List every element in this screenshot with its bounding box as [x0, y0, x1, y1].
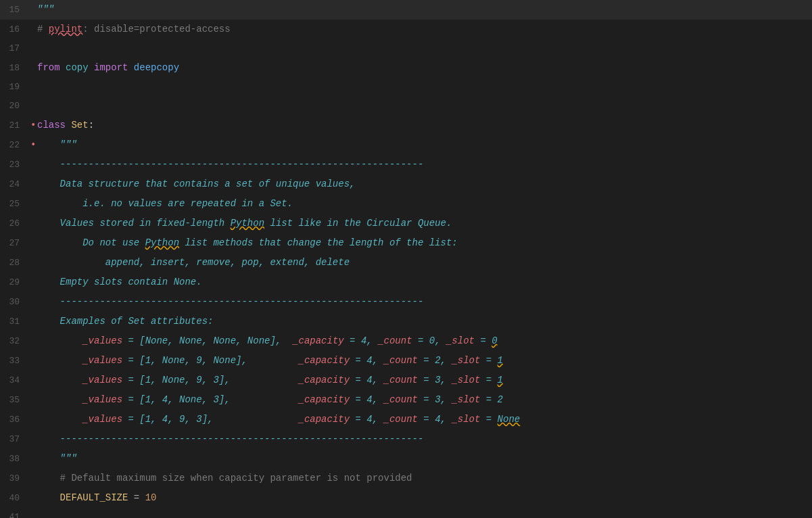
line-number-19: 19: [0, 78, 30, 97]
line-number-33: 33: [0, 352, 30, 371]
code-line-27: 27 Do not use Python list methods that c…: [0, 233, 812, 253]
line-number-40: 40: [0, 489, 30, 508]
line-content-38: """: [37, 449, 798, 468]
line-content-39: # Default maximum size when capacity par…: [37, 469, 798, 488]
line-number-34: 34: [0, 371, 30, 390]
code-line-15: 15 """: [0, 0, 812, 20]
code-line-19: 19: [0, 78, 812, 97]
line-number-20: 20: [0, 97, 30, 116]
line-number-15: 15: [0, 1, 30, 20]
line-content-27: Do not use Python list methods that chan…: [37, 233, 798, 252]
line-number-37: 37: [0, 430, 30, 449]
code-line-35: 35 _values = [1, 4, None, 3], _capacity …: [0, 390, 812, 410]
line-number-41: 41: [0, 508, 30, 518]
line-content-31: Examples of Set attributes:: [37, 312, 798, 331]
code-line-17: 17: [0, 39, 812, 58]
line-content-35: _values = [1, 4, None, 3], _capacity = 4…: [37, 390, 798, 409]
line-number-24: 24: [0, 175, 30, 194]
line-content-22: """: [37, 135, 798, 154]
line-content-16: # pylint: disable=protected-access: [37, 20, 798, 39]
code-line-28: 28 append, insert, remove, pop, extend, …: [0, 253, 812, 273]
line-content-23: ----------------------------------------…: [37, 155, 798, 174]
code-line-34: 34 _values = [1, None, 9, 3], _capacity …: [0, 371, 812, 390]
line-content-34: _values = [1, None, 9, 3], _capacity = 4…: [37, 371, 798, 390]
code-line-40: 40 DEFAULT_SIZE = 10: [0, 488, 812, 508]
line-content-18: from copy import deepcopy: [37, 58, 798, 77]
code-line-30: 30 -------------------------------------…: [0, 292, 812, 312]
line-content-33: _values = [1, None, 9, None], _capacity …: [37, 351, 798, 370]
code-line-32: 32 _values = [None, None, None, None], _…: [0, 331, 812, 351]
code-line-16: 16 # pylint: disable=protected-access: [0, 20, 812, 39]
line-number-39: 39: [0, 469, 30, 488]
line-number-30: 30: [0, 293, 30, 312]
code-line-39: 39 # Default maximum size when capacity …: [0, 469, 812, 488]
line-content-30: ----------------------------------------…: [37, 292, 798, 311]
line-number-36: 36: [0, 410, 30, 429]
line-number-31: 31: [0, 312, 30, 331]
code-line-18: 18 from copy import deepcopy: [0, 58, 812, 78]
code-line-36: 36 _values = [1, 4, 9, 3], _capacity = 4…: [0, 410, 812, 429]
line-number-23: 23: [0, 156, 30, 174]
code-line-20: 20: [0, 97, 812, 116]
code-editor: 15 """ 16 # pylint: disable=protected-ac…: [0, 0, 812, 518]
line-content-40: DEFAULT_SIZE = 10: [37, 488, 798, 507]
line-number-22: 22: [0, 136, 30, 155]
line-content-32: _values = [None, None, None, None], _cap…: [37, 331, 798, 350]
line-content-24: Data structure that contains a set of un…: [37, 174, 798, 193]
code-line-25: 25 i.e. no values are repeated in a Set.: [0, 194, 812, 214]
line-number-28: 28: [0, 254, 30, 273]
line-number-16: 16: [0, 20, 30, 39]
line-content-26: Values stored in fixed-length Python lis…: [37, 214, 798, 233]
line-content-15: """: [37, 0, 798, 19]
code-line-23: 23 -------------------------------------…: [0, 155, 812, 174]
code-line-38: 38 """: [0, 449, 812, 469]
line-number-21: 21: [0, 116, 30, 135]
line-content-25: i.e. no values are repeated in a Set.: [37, 194, 798, 213]
code-line-33: 33 _values = [1, None, 9, None], _capaci…: [0, 351, 812, 371]
line-content-36: _values = [1, 4, 9, 3], _capacity = 4, _…: [37, 410, 798, 429]
line-number-26: 26: [0, 214, 30, 233]
line-number-18: 18: [0, 59, 30, 78]
line-number-35: 35: [0, 391, 30, 410]
line-content-29: Empty slots contain None.: [37, 273, 798, 291]
line-number-29: 29: [0, 273, 30, 292]
line-number-38: 38: [0, 450, 30, 469]
code-line-26: 26 Values stored in fixed-length Python …: [0, 214, 812, 233]
line-number-17: 17: [0, 39, 30, 58]
code-line-24: 24 Data structure that contains a set of…: [0, 174, 812, 194]
code-line-37: 37 -------------------------------------…: [0, 429, 812, 449]
code-line-41: 41: [0, 508, 812, 518]
line-number-25: 25: [0, 195, 30, 214]
code-line-29: 29 Empty slots contain None.: [0, 273, 812, 292]
line-number-27: 27: [0, 234, 30, 253]
line-content-37: ----------------------------------------…: [37, 429, 798, 448]
code-line-31: 31 Examples of Set attributes:: [0, 312, 812, 331]
line-number-32: 32: [0, 332, 30, 351]
code-line-21: 21 • class Set:: [0, 116, 812, 135]
code-line-22: 22 • """: [0, 135, 812, 155]
line-content-28: append, insert, remove, pop, extend, del…: [37, 253, 798, 272]
line-content-21: class Set:: [37, 116, 798, 135]
